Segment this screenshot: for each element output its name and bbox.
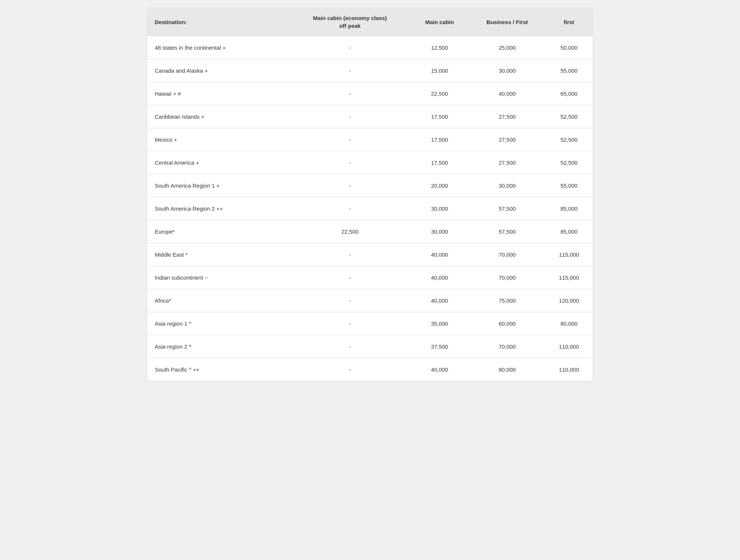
value-cell: 70,000 — [469, 266, 545, 289]
header-main-cabin-off-peak: Main cabin (economy class)off peak — [290, 7, 410, 36]
value-cell: 60,000 — [469, 312, 545, 335]
value-cell: 30,000 — [410, 197, 469, 220]
table-row: Asia region 1 ^-35,00060,00080,000 — [147, 312, 593, 335]
value-cell: - — [290, 312, 410, 335]
value-cell: - — [290, 128, 410, 151]
value-cell: 75,000 — [469, 289, 545, 312]
header-first: first — [545, 7, 593, 36]
destination-cell: Africa* — [147, 289, 290, 312]
destination-cell: Middle East * — [147, 243, 290, 266]
value-cell: 17,500 — [410, 105, 469, 128]
value-cell: 30,000 — [469, 59, 545, 82]
value-cell: 22,500 — [410, 82, 469, 105]
value-cell: - — [290, 36, 410, 59]
destination-cell: Caribbean Islands + — [147, 105, 290, 128]
table-row: Indian subcontinent ~-40,00070,000115,00… — [147, 266, 593, 289]
table-row: Hawaii + #-22,50040,00065,000 — [147, 82, 593, 105]
destination-cell: South America Region 1 + — [147, 174, 290, 197]
value-cell: 40,000 — [410, 266, 469, 289]
value-cell: - — [290, 358, 410, 381]
value-cell: 20,000 — [410, 174, 469, 197]
table-row: South America Region 2 ++-30,00057,50085… — [147, 197, 593, 220]
destination-cell: Indian subcontinent ~ — [147, 266, 290, 289]
table-row: Mexico +-17,50027,50052,500 — [147, 128, 593, 151]
header-business-first: Business / First — [469, 7, 545, 36]
value-cell: 30,000 — [410, 220, 469, 243]
value-cell: 25,000 — [469, 36, 545, 59]
destination-cell: Mexico + — [147, 128, 290, 151]
value-cell: 110,000 — [545, 358, 593, 381]
value-cell: 35,000 — [410, 312, 469, 335]
value-cell: 12,500 — [410, 36, 469, 59]
table-row: Canada and Alaska +-15,00030,00055,000 — [147, 59, 593, 82]
value-cell: 27,500 — [469, 151, 545, 174]
awards-table: Destination: Main cabin (economy class)o… — [147, 7, 593, 381]
table-row: Asia region 2 ^-37,50070,000110,000 — [147, 335, 593, 358]
value-cell: 17,500 — [410, 151, 469, 174]
value-cell: 40,000 — [410, 289, 469, 312]
table-row: South America Region 1 +-20,00030,00055,… — [147, 174, 593, 197]
value-cell: 40,000 — [410, 243, 469, 266]
value-cell: 57,500 — [469, 220, 545, 243]
value-cell: 15,000 — [410, 59, 469, 82]
value-cell: - — [290, 243, 410, 266]
value-cell: - — [290, 335, 410, 358]
value-cell: 27,500 — [469, 128, 545, 151]
value-cell: 80,000 — [469, 358, 545, 381]
header-destination: Destination: — [147, 7, 290, 36]
table-row: Caribbean Islands +-17,50027,50052,500 — [147, 105, 593, 128]
value-cell: - — [290, 82, 410, 105]
value-cell: 55,000 — [545, 174, 593, 197]
value-cell: 115,000 — [545, 243, 593, 266]
value-cell: 52,500 — [545, 151, 593, 174]
destination-cell: Asia region 1 ^ — [147, 312, 290, 335]
value-cell: - — [290, 151, 410, 174]
destination-cell: South America Region 2 ++ — [147, 197, 290, 220]
value-cell: - — [290, 105, 410, 128]
value-cell: 40,000 — [469, 82, 545, 105]
table-header-row: Destination: Main cabin (economy class)o… — [147, 7, 593, 36]
table-row: 48 states in the continental +-12,50025,… — [147, 36, 593, 59]
value-cell: - — [290, 174, 410, 197]
table-row: Middle East *-40,00070,000115,000 — [147, 243, 593, 266]
destination-cell: South Pacific ^ ++ — [147, 358, 290, 381]
value-cell: 70,000 — [469, 335, 545, 358]
value-cell: 52,500 — [545, 105, 593, 128]
destination-cell: Hawaii + # — [147, 82, 290, 105]
table-row: South Pacific ^ ++-40,00080,000110,000 — [147, 358, 593, 381]
value-cell: 50,000 — [545, 36, 593, 59]
destination-cell: Asia region 2 ^ — [147, 335, 290, 358]
value-cell: 27,500 — [469, 105, 545, 128]
value-cell: - — [290, 59, 410, 82]
value-cell: 115,000 — [545, 266, 593, 289]
destination-cell: Central America + — [147, 151, 290, 174]
value-cell: 85,000 — [545, 197, 593, 220]
value-cell: 65,000 — [545, 82, 593, 105]
awards-table-container: Destination: Main cabin (economy class)o… — [147, 7, 593, 381]
value-cell: 110,000 — [545, 335, 593, 358]
value-cell: 70,000 — [469, 243, 545, 266]
value-cell: 22,500 — [290, 220, 410, 243]
value-cell: 120,000 — [545, 289, 593, 312]
value-cell: - — [290, 266, 410, 289]
destination-cell: Europe* — [147, 220, 290, 243]
table-row: Central America +-17,50027,50052,500 — [147, 151, 593, 174]
value-cell: - — [290, 289, 410, 312]
destination-cell: 48 states in the continental + — [147, 36, 290, 59]
destination-cell: Canada and Alaska + — [147, 59, 290, 82]
value-cell: 57,500 — [469, 197, 545, 220]
value-cell: 17,500 — [410, 128, 469, 151]
header-main-cabin: Main cabin — [410, 7, 469, 36]
value-cell: 30,000 — [469, 174, 545, 197]
value-cell: 55,000 — [545, 59, 593, 82]
value-cell: - — [290, 197, 410, 220]
value-cell: 40,000 — [410, 358, 469, 381]
value-cell: 80,000 — [545, 312, 593, 335]
value-cell: 85,000 — [545, 220, 593, 243]
table-row: Africa*-40,00075,000120,000 — [147, 289, 593, 312]
value-cell: 37,500 — [410, 335, 469, 358]
table-row: Europe*22,50030,00057,50085,000 — [147, 220, 593, 243]
value-cell: 52,500 — [545, 128, 593, 151]
